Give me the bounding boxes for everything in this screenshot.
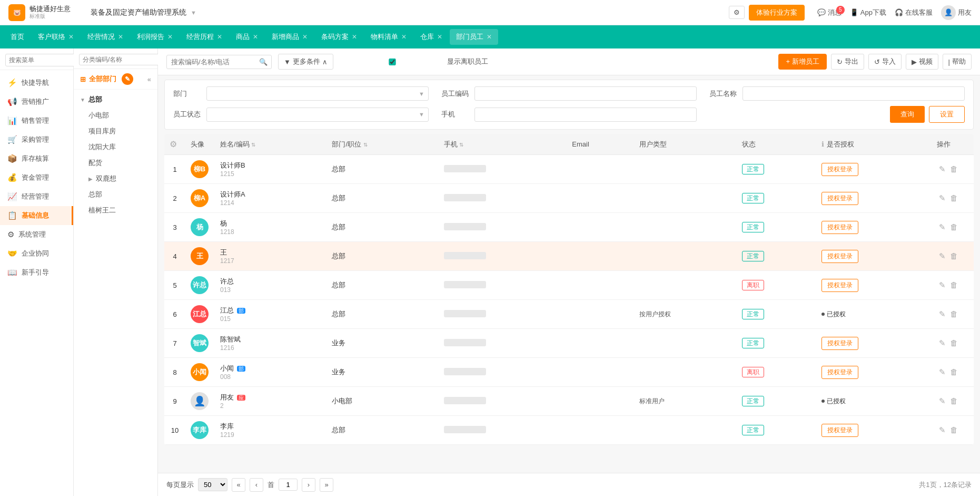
next-page-btn[interactable]: › <box>302 478 315 492</box>
col-phone[interactable]: 手机 ⇅ <box>439 134 567 155</box>
dept-tree-item-shenyang[interactable]: 沈阳大库 <box>74 139 157 155</box>
settings-gear-btn[interactable]: ⚙ <box>729 6 745 19</box>
edit-btn[interactable]: ✎ <box>937 279 948 291</box>
add-employee-btn[interactable]: + 新增员工 <box>778 54 826 70</box>
delete-btn[interactable]: 🗑 <box>948 163 960 174</box>
col-dept[interactable]: 部门/职位 ⇅ <box>326 134 438 155</box>
phone-input[interactable] <box>474 108 697 122</box>
edit-btn[interactable]: ✎ <box>937 250 948 262</box>
auth-btn[interactable]: 授权登录 <box>821 424 858 437</box>
auth-btn[interactable]: 授权登录 <box>821 279 858 292</box>
nav-item-customers[interactable]: 客户联络 ✕ <box>32 29 80 45</box>
app-download-btn[interactable]: 📱 App下载 <box>850 8 886 17</box>
dept-search-input[interactable] <box>79 54 165 65</box>
status-select[interactable] <box>206 108 429 122</box>
sidebar-item-corp[interactable]: 🤝 企业协同 <box>0 244 73 263</box>
edit-btn[interactable]: ✎ <box>937 308 948 320</box>
edit-btn[interactable]: ✎ <box>937 192 948 204</box>
search-btn[interactable]: 🔍 <box>259 58 268 66</box>
sidebar-item-system[interactable]: ⚙ 系统管理 <box>0 225 73 244</box>
dept-tree-item-zongbu[interactable]: 总部 <box>74 187 157 202</box>
delete-btn[interactable]: 🗑 <box>948 366 960 377</box>
nav-item-history[interactable]: 经营历程 ✕ <box>180 29 229 45</box>
nav-item-goods[interactable]: 商品 ✕ <box>230 29 264 45</box>
sidebar-item-quick-nav[interactable]: ⚡ 快捷导航 <box>0 73 73 92</box>
auth-btn[interactable]: 授权登录 <box>821 366 858 379</box>
video-btn[interactable]: ▶ 视频 <box>906 54 938 70</box>
prev-page-btn[interactable]: ‹ <box>250 478 263 492</box>
show-resigned-checkbox[interactable]: 显示离职员工 <box>340 57 488 66</box>
nav-item-bom[interactable]: 物料清单 ✕ <box>364 29 413 45</box>
sidebar-item-guide[interactable]: 📖 新手引导 <box>0 263 73 282</box>
last-page-btn[interactable]: » <box>320 478 333 492</box>
import-btn[interactable]: ↺ 导入 <box>868 54 902 70</box>
dept-settings-btn[interactable]: ✎ <box>122 73 133 85</box>
nav-item-profit[interactable]: 利润报告 ✕ <box>131 29 179 45</box>
first-page-btn[interactable]: « <box>232 478 245 492</box>
edit-btn[interactable]: ✎ <box>937 163 948 175</box>
sidebar-item-marketing[interactable]: 📢 营销推广 <box>0 92 73 111</box>
col-name[interactable]: 姓名/编码 ⇅ <box>215 134 326 155</box>
row-status: 离职 <box>737 271 816 300</box>
row-status: 正常 <box>737 329 816 358</box>
video-icon: ▶ <box>912 58 917 66</box>
expand-arrow-shuanglu: ▶ <box>88 176 93 182</box>
employee-search-input[interactable] <box>166 55 272 69</box>
nav-item-barcode[interactable]: 条码方案 ✕ <box>315 29 363 45</box>
online-service-btn[interactable]: 🎧 在线客服 <box>895 8 933 17</box>
empname-input[interactable] <box>743 86 965 101</box>
more-conditions-btn[interactable]: ▼ 更多条件 ∧ <box>278 54 333 70</box>
dept-tree-item-peihuo[interactable]: 配货 <box>74 155 157 171</box>
help-btn[interactable]: | 帮助 <box>943 54 972 70</box>
delete-btn[interactable]: 🗑 <box>948 279 960 290</box>
dept-tree-item-shuanglu[interactable]: ▶ 双鹿想 <box>74 171 157 187</box>
edit-btn[interactable]: ✎ <box>937 337 948 349</box>
delete-btn[interactable]: 🗑 <box>948 424 960 435</box>
table-settings-icon[interactable]: ⚙ <box>170 140 177 149</box>
avatar: 李库 <box>191 421 209 439</box>
reset-btn[interactable]: 设置 <box>929 106 965 123</box>
auth-btn[interactable]: 授权登录 <box>821 221 858 234</box>
user-avatar-btn[interactable]: 👤 用友 <box>941 5 972 20</box>
sidebar-item-basic[interactable]: 📋 基础信息 <box>0 206 73 225</box>
auth-btn[interactable]: 授权登录 <box>821 337 858 350</box>
nav-item-operations[interactable]: 经营情况 ✕ <box>81 29 130 45</box>
auth-btn[interactable]: 授权登录 <box>821 192 858 205</box>
export-btn[interactable]: ↻ 导出 <box>831 54 864 70</box>
page-input[interactable] <box>279 479 298 491</box>
edit-btn[interactable]: ✎ <box>937 424 948 436</box>
auth-btn[interactable]: 授权登录 <box>821 250 858 263</box>
auth-btn[interactable]: 授权登录 <box>821 163 858 176</box>
dept-select[interactable] <box>206 86 429 101</box>
edit-btn[interactable]: ✎ <box>937 221 948 233</box>
col-actions: 操作 <box>932 134 974 155</box>
per-page-select[interactable]: 50 100 200 <box>198 478 227 491</box>
dept-tree-item-project[interactable]: 项目库房 <box>74 123 157 139</box>
sidebar-item-purchase[interactable]: 🛒 采购管理 <box>0 130 73 149</box>
empcode-input[interactable] <box>474 86 697 101</box>
delete-btn[interactable]: 🗑 <box>948 221 960 232</box>
dept-all-item[interactable]: ⊞ 全部部门 ✎ « <box>74 69 157 90</box>
sidebar-item-business[interactable]: 📈 经营管理 <box>0 187 73 206</box>
nav-item-newgoods[interactable]: 新增商品 ✕ <box>265 29 314 45</box>
delete-btn[interactable]: 🗑 <box>948 308 960 319</box>
dept-tree-item-zhishu[interactable]: 植树王二 <box>74 202 157 218</box>
sidebar-item-inventory[interactable]: 📦 库存核算 <box>0 149 73 168</box>
delete-btn[interactable]: 🗑 <box>948 192 960 203</box>
nav-item-staff[interactable]: 部门员工 ✕ <box>450 29 498 45</box>
sidebar-item-sales[interactable]: 📊 销售管理 <box>0 111 73 130</box>
delete-btn[interactable]: 🗑 <box>948 250 960 261</box>
query-btn[interactable]: 查询 <box>890 106 925 123</box>
trial-btn[interactable]: 体验行业方案 <box>749 5 805 21</box>
edit-btn[interactable]: ✎ <box>937 366 948 378</box>
dept-tree-item-xiaodian[interactable]: 小电部 <box>74 108 157 123</box>
edit-btn[interactable]: ✎ <box>937 395 948 407</box>
nav-item-warehouse[interactable]: 仓库 ✕ <box>414 29 449 45</box>
nav-item-home[interactable]: 首页 <box>4 29 31 45</box>
message-btn[interactable]: 💬 消息 5 <box>817 8 842 17</box>
delete-btn[interactable]: 🗑 <box>948 337 960 348</box>
dept-collapse-btn[interactable]: « <box>147 75 151 83</box>
sidebar-item-finance[interactable]: 💰 资金管理 <box>0 168 73 187</box>
dept-tree-group-general[interactable]: ▼ 总部 <box>74 92 157 108</box>
delete-btn[interactable]: 🗑 <box>948 395 960 406</box>
